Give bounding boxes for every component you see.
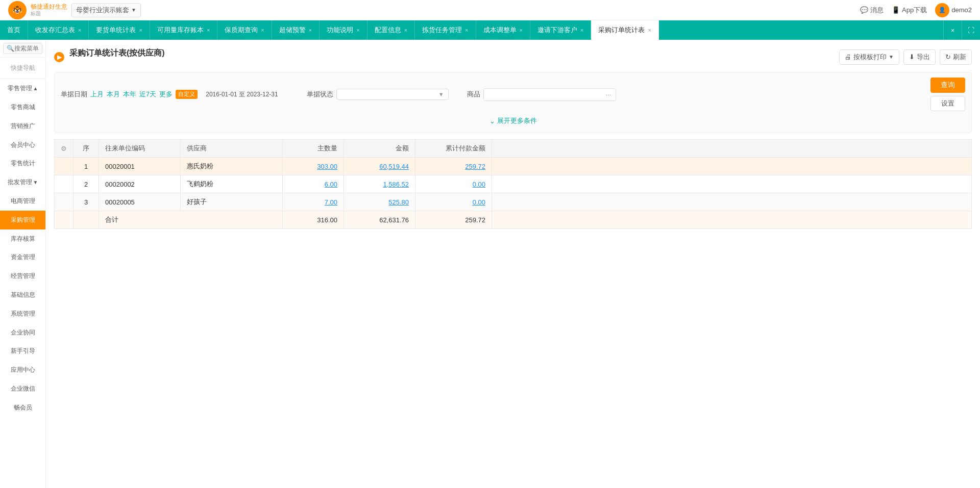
close-icon[interactable]: × xyxy=(465,27,468,33)
sidebar-item-member[interactable]: 畅会员 xyxy=(0,398,45,417)
tab-inventory[interactable]: 可用量库存账本 × xyxy=(150,20,217,40)
paid-link[interactable]: 0.00 xyxy=(473,181,485,188)
export-btn[interactable]: ⬇ 导出 xyxy=(903,49,936,65)
export-icon: ⬇ xyxy=(909,53,915,61)
sidebar-item-inventory-check[interactable]: 库存核算 xyxy=(0,229,45,248)
sidebar-item-wholesale-mgmt[interactable]: 批发管理 ▼ xyxy=(0,173,45,192)
close-icon[interactable]: × xyxy=(139,27,142,33)
chevron-down-icon: ▼ xyxy=(438,91,444,97)
search-input[interactable] xyxy=(14,45,45,52)
sidebar: 🔍 快捷导航 零售管理 ▲ 零售商城 营销推广 会员中心 零售统计 批发管理 ▼… xyxy=(0,40,46,488)
date-shortcut-last-month[interactable]: 上月 xyxy=(90,90,104,99)
settings-button[interactable]: 设置 xyxy=(930,96,965,111)
sidebar-item-marketing[interactable]: 营销推广 xyxy=(0,117,45,136)
tab-purchase-summary[interactable]: 采购订单统计表 × xyxy=(591,20,658,40)
table-footer-row: 合计 316.00 62,631.76 259.72 xyxy=(55,211,972,229)
fullscreen-btn[interactable]: ⛶ xyxy=(962,20,980,40)
close-icon[interactable]: × xyxy=(309,27,312,33)
sidebar-item-basic-info[interactable]: 基础信息 xyxy=(0,286,45,304)
filter-toggle-btn[interactable]: ▶ xyxy=(54,52,64,62)
tab-invite-downstream[interactable]: 邀请下游客户 × xyxy=(530,20,591,40)
quick-nav-label: 快捷导航 xyxy=(3,62,42,74)
main-qty-link[interactable]: 7.00 xyxy=(325,198,337,206)
main-qty-link[interactable]: 303.00 xyxy=(317,163,337,170)
tab-config-info[interactable]: 配置信息 × xyxy=(368,20,415,40)
date-shortcut-this-month[interactable]: 本月 xyxy=(107,90,120,99)
status-select[interactable]: ▼ xyxy=(336,89,449,100)
chevron-down-icon: ⌄ xyxy=(489,117,495,125)
content-area: ▶ 采购订单统计表(按供应商) 🖨 按模板打印 ▼ ⬇ 导出 ↻ 刷新 xyxy=(46,40,980,488)
tab-order-summary[interactable]: 要货单统计表 × xyxy=(89,20,150,40)
table-row: 1 00020001 惠氏奶粉 303.00 60,519.44 259.72 xyxy=(55,158,972,175)
paid-link[interactable]: 259.72 xyxy=(465,163,485,170)
main-qty-link[interactable]: 6.00 xyxy=(325,181,337,188)
tab-home[interactable]: 首页 xyxy=(0,20,28,40)
expand-more-conditions-btn[interactable]: ⌄ 展开更多条件 xyxy=(485,114,541,127)
phone-icon: 📱 xyxy=(892,6,900,14)
refresh-btn[interactable]: ↻ 刷新 xyxy=(940,49,972,65)
sidebar-item-retail-mall[interactable]: 零售商城 xyxy=(0,98,45,117)
sidebar-item-ecommerce[interactable]: 电商管理 xyxy=(0,192,45,211)
sidebar-item-enterprise-wechat[interactable]: 企业微信 xyxy=(0,379,45,398)
tab-receive-summary[interactable]: 收发存汇总表 × xyxy=(28,20,89,40)
sidebar-item-retail-mgmt[interactable]: 零售管理 ▲ xyxy=(0,79,45,98)
refresh-icon: ↻ xyxy=(945,53,951,61)
user-avatar[interactable]: 👤 demo2 xyxy=(935,3,972,17)
custom-date-badge: 自定义 xyxy=(176,90,198,99)
chevron-icon: ▲ xyxy=(33,86,38,91)
table-row: 3 00020005 好孩子 7.00 525.80 0.00 xyxy=(55,193,972,211)
nav-tabs-bar: 首页 收发存汇总表 × 要货单统计表 × 可用量库存账本 × 保质期查询 × 超… xyxy=(0,20,980,40)
sidebar-item-system-mgmt[interactable]: 系统管理 xyxy=(0,304,45,323)
sidebar-item-enterprise-collab[interactable]: 企业协同 xyxy=(0,323,45,342)
logo: 🐯 xyxy=(8,1,27,19)
status-label: 单据状态 xyxy=(307,90,333,99)
close-all-tabs-btn[interactable]: × xyxy=(943,20,962,40)
close-icon[interactable]: × xyxy=(207,27,210,33)
date-label: 单据日期 xyxy=(61,90,87,99)
close-icon[interactable]: × xyxy=(648,27,651,33)
sidebar-item-new-guide[interactable]: 新手引导 xyxy=(0,342,45,361)
amount-link[interactable]: 525.80 xyxy=(388,198,409,206)
tab-overstock[interactable]: 超储预警 × xyxy=(272,20,320,40)
tab-cost-adjust[interactable]: 成本调整单 × xyxy=(476,20,530,40)
message-btn[interactable]: 💬 消息 xyxy=(860,6,884,15)
date-shortcut-this-year[interactable]: 本年 xyxy=(123,90,136,99)
data-table: ⚙ 序 往来单位编码 供应商 主数量 金额 累计付款金额 1 00020001 … xyxy=(54,139,972,229)
sidebar-item-purchase-mgmt[interactable]: 采购管理 xyxy=(0,211,45,229)
close-icon[interactable]: × xyxy=(520,27,523,33)
amount-link[interactable]: 1,586.52 xyxy=(383,181,409,188)
more-options-icon[interactable]: ··· xyxy=(606,91,611,98)
query-button[interactable]: 查询 xyxy=(930,78,965,93)
close-icon[interactable]: × xyxy=(261,27,264,33)
chevron-down-icon: ▼ xyxy=(131,7,136,13)
sidebar-item-app-center[interactable]: 应用中心 xyxy=(0,361,45,379)
date-shortcut-more[interactable]: 更多 xyxy=(159,90,173,99)
column-settings-icon[interactable]: ⚙ xyxy=(61,145,67,152)
message-icon: 💬 xyxy=(860,6,868,14)
amount-link[interactable]: 60,519.44 xyxy=(379,163,409,170)
search-icon: 🔍 xyxy=(7,45,14,52)
close-icon[interactable]: × xyxy=(356,27,359,33)
close-icon[interactable]: × xyxy=(580,27,583,33)
print-btn[interactable]: 🖨 按模板打印 ▼ xyxy=(839,49,899,65)
sidebar-item-finance-mgmt[interactable]: 资金管理 xyxy=(0,248,45,267)
goods-input[interactable]: ··· xyxy=(483,88,616,101)
tab-expiry[interactable]: 保质期查询 × xyxy=(217,20,272,40)
paid-link[interactable]: 0.00 xyxy=(473,198,485,206)
date-range-text: 2016-01-01 至 2023-12-31 xyxy=(206,90,278,99)
sidebar-item-member-center[interactable]: 会员中心 xyxy=(0,136,45,155)
close-icon[interactable]: × xyxy=(78,27,81,33)
app-download-btn[interactable]: 📱 App下载 xyxy=(892,6,927,15)
date-shortcut-7days[interactable]: 近7天 xyxy=(139,90,156,99)
table-row: 2 00020002 飞鹤奶粉 6.00 1,586.52 0.00 xyxy=(55,175,972,193)
page-title: 采购订单统计表(按供应商) xyxy=(69,48,165,59)
tab-picking-task[interactable]: 拣货任务管理 × xyxy=(415,20,476,40)
logo-text: 畅捷通好生意 标题 xyxy=(31,3,67,16)
tab-function-desc[interactable]: 功能说明 × xyxy=(320,20,367,40)
sidebar-item-retail-stats[interactable]: 零售统计 xyxy=(0,154,45,173)
sidebar-item-operation-mgmt[interactable]: 经营管理 xyxy=(0,267,45,286)
filter-bar: 单据日期 上月 本月 本年 近7天 更多 自定义 2016-01-01 至 20… xyxy=(54,72,972,133)
workspace-selector[interactable]: 母婴行业演示账套 ▼ xyxy=(71,3,141,17)
close-icon[interactable]: × xyxy=(404,27,407,33)
chevron-down-icon: ▼ xyxy=(889,54,894,60)
